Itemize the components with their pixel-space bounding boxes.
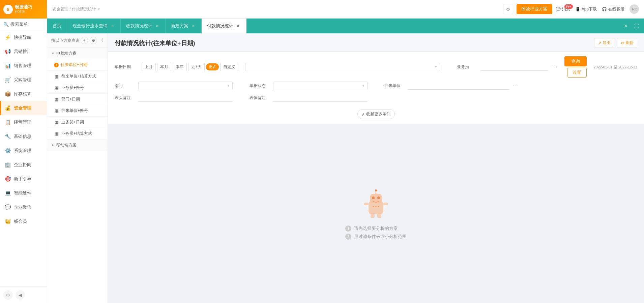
sidebar-item-member[interactable]: 👑畅会员 bbox=[0, 214, 47, 229]
scheme-item-partner-account[interactable]: ▦往来单位+账号 bbox=[47, 105, 108, 117]
svg-point-12 bbox=[378, 206, 379, 207]
sidebar-item-sales[interactable]: 📊销售管理 bbox=[0, 59, 47, 73]
tab-bank-flow[interactable]: 现金银行流水查询✕ bbox=[67, 19, 121, 33]
sidebar-item-guide[interactable]: 🎯新手引导 bbox=[0, 172, 47, 186]
svg-point-2 bbox=[372, 196, 375, 199]
footer-settings-btn[interactable]: ⚙ bbox=[3, 290, 13, 300]
date-btn-last-month[interactable]: 上月 bbox=[142, 63, 156, 71]
date-btn-more[interactable]: 更多 bbox=[206, 63, 219, 70]
sidebar-item-quick-nav[interactable]: ⚡快捷导航 bbox=[0, 30, 47, 44]
doc-status-select[interactable]: ▾ bbox=[273, 82, 368, 90]
logo-icon: 6 bbox=[3, 5, 13, 14]
sidebar-item-basics[interactable]: 🔧基础信息 bbox=[0, 129, 47, 144]
expand-btn[interactable]: ⛶ bbox=[633, 22, 641, 30]
filter-row-2: 部门 ▾ 单据状态 ▾ 往来单位 ··· bbox=[115, 82, 637, 90]
tab-home[interactable]: 首页 bbox=[47, 19, 67, 33]
avatar[interactable]: Rit bbox=[630, 4, 639, 14]
date-label: 单据日期 bbox=[115, 64, 135, 70]
scheme-item-salesman-account[interactable]: ▦业务员+账号 bbox=[47, 82, 108, 94]
tab-receipt-stats[interactable]: 收款情况统计✕ bbox=[121, 19, 166, 33]
tab-label-payment-stats: 付款情况统计 bbox=[207, 23, 233, 29]
tab-new-scheme[interactable]: 新建方案✕ bbox=[166, 19, 202, 33]
export-btn[interactable]: ↗ 导出 bbox=[594, 38, 614, 48]
scheme-item-partner-settlement[interactable]: ▦往来单位+结算方式 bbox=[47, 71, 108, 82]
content-area: 按以下方案查询 + ⚙ 《 ▼电脑端方案●往来单位+日期▦往来单位+结算方式▦业… bbox=[47, 33, 644, 303]
tab-close-bank-flow[interactable]: ✕ bbox=[110, 23, 115, 29]
scheme-panel-actions: + ⚙ 《 bbox=[81, 37, 104, 44]
tab-close-new-scheme[interactable]: ✕ bbox=[191, 23, 196, 29]
empty-state: 1 请先选择要分析的方案 2 用过滤条件来缩小分析范围 bbox=[108, 124, 644, 303]
hardware-icon: 💻 bbox=[4, 190, 11, 196]
message-btn[interactable]: 💬 消息 99+ bbox=[556, 6, 570, 12]
source-doc-select[interactable]: ▾ bbox=[245, 63, 440, 71]
sidebar-item-wechat[interactable]: 💬企业微信 bbox=[0, 200, 47, 214]
scheme-settings-btn[interactable]: ⚙ bbox=[90, 37, 97, 44]
date-btn-custom[interactable]: 自定义 bbox=[220, 63, 238, 71]
app-download-btn[interactable]: 📱 App下载 bbox=[575, 6, 597, 12]
step-1-num: 1 bbox=[345, 225, 351, 232]
sidebar-item-operations[interactable]: 📋经营管理 bbox=[0, 115, 47, 129]
sidebar-item-finance[interactable]: 💰资金管理 bbox=[0, 101, 47, 115]
scheme-item-salesman-date[interactable]: ▦业务员+日期 bbox=[47, 117, 108, 128]
app-label: App下载 bbox=[582, 6, 597, 12]
online-service-btn[interactable]: 🎧 在线客服 bbox=[602, 6, 624, 12]
scheme-item-dept-date[interactable]: ▦部门+日期 bbox=[47, 94, 108, 105]
svg-point-3 bbox=[377, 196, 380, 199]
member-icon: 👑 bbox=[4, 218, 11, 225]
dept-select[interactable]: ▾ bbox=[138, 82, 233, 90]
robot-illustration bbox=[359, 188, 393, 221]
tab-label-home: 首页 bbox=[53, 23, 61, 29]
sidebar-item-system[interactable]: ⚙️系统管理 bbox=[0, 144, 47, 158]
filter-settings-btn[interactable]: 设置 bbox=[567, 68, 587, 78]
partner-dots[interactable]: ··· bbox=[513, 83, 519, 89]
body-remark-input[interactable] bbox=[273, 94, 368, 102]
sidebar-item-marketing[interactable]: 📢营销推广 bbox=[0, 44, 47, 59]
sidebar-item-hardware[interactable]: 💻智能硬件 bbox=[0, 186, 47, 200]
scheme-item-salesman-settlement[interactable]: ▦业务员+结算方式 bbox=[47, 128, 108, 140]
headset-icon: 🎧 bbox=[602, 7, 607, 11]
basics-icon: 🔧 bbox=[4, 133, 11, 140]
sidebar-item-enterprise[interactable]: 🏢企业协同 bbox=[0, 158, 47, 172]
date-btn-this-year[interactable]: 本年 bbox=[173, 63, 187, 71]
sidebar-item-label-system: 系统管理 bbox=[14, 148, 31, 154]
scheme-item-icon-salesman-date: ▦ bbox=[54, 120, 59, 125]
topbar-right: 💬 消息 99+ 📱 App下载 🎧 在线客服 Rit bbox=[556, 4, 639, 14]
scheme-item-label-salesman-date: 业务员+日期 bbox=[61, 119, 84, 125]
header-remark-label: 表头备注 bbox=[115, 95, 131, 101]
sidebar-item-label-operations: 经营管理 bbox=[14, 119, 31, 125]
scheme-item-partner-date[interactable]: ●往来单位+日期 bbox=[47, 59, 108, 71]
enterprise-icon: 🏢 bbox=[4, 161, 11, 168]
svg-rect-8 bbox=[371, 213, 375, 218]
header-remark-input[interactable] bbox=[138, 94, 233, 102]
source-doc-arrow: ▾ bbox=[435, 65, 437, 69]
footer-collapse-btn[interactable]: ◀ bbox=[16, 290, 25, 300]
collapse-more-btn[interactable]: ∧ 收起更多条件 bbox=[357, 109, 395, 119]
scheme-group-label-desktop: 电脑端方案 bbox=[56, 51, 77, 56]
active-dot-partner-date: ● bbox=[54, 63, 59, 67]
refresh-btn[interactable]: ↺ 刷新 bbox=[617, 38, 637, 48]
salesman-input[interactable] bbox=[480, 63, 548, 71]
search-menu[interactable]: 🔍 搜索菜单 bbox=[0, 19, 47, 30]
salesman-dots[interactable]: ··· bbox=[551, 64, 558, 70]
scheme-collapse-btn[interactable]: 《 bbox=[99, 37, 104, 43]
query-btn[interactable]: 查询 bbox=[564, 56, 587, 66]
scheme-group-header-mobile[interactable]: ▼移动端方案 bbox=[47, 140, 108, 151]
scheme-group-header-desktop[interactable]: ▼电脑端方案 bbox=[47, 48, 108, 59]
scheme-item-label-salesman-settlement: 业务员+结算方式 bbox=[61, 131, 92, 137]
tab-payment-stats[interactable]: 付款情况统计✕ bbox=[202, 19, 246, 33]
topbar: 资金管理 / 付款情况统计 ▾ ⚙ 体验行业方案 💬 消息 99+ 📱 App下… bbox=[47, 0, 644, 19]
tab-close-receipt-stats[interactable]: ✕ bbox=[154, 23, 160, 29]
date-btn-group: 上月本月本年近7天更多自定义 bbox=[142, 63, 238, 71]
topbar-settings-btn[interactable]: ⚙ bbox=[503, 4, 513, 14]
date-btn-last-7[interactable]: 近7天 bbox=[188, 63, 205, 71]
tabbar: 首页现金银行流水查询✕收款情况统计✕新建方案✕付款情况统计✕ ✕ ⛶ bbox=[47, 19, 644, 33]
date-btn-this-month[interactable]: 本月 bbox=[157, 63, 171, 71]
sidebar-item-purchase[interactable]: 🛒采购管理 bbox=[0, 73, 47, 87]
tab-close-payment-stats[interactable]: ✕ bbox=[235, 23, 241, 29]
partner-input[interactable] bbox=[408, 82, 509, 90]
close-all-tabs-btn[interactable]: ✕ bbox=[622, 22, 630, 30]
scheme-add-btn[interactable]: + bbox=[81, 37, 88, 44]
sidebar-item-inventory[interactable]: 📦库存核算 bbox=[0, 87, 47, 101]
step-1-text: 请先选择要分析的方案 bbox=[354, 225, 398, 232]
trial-btn[interactable]: 体验行业方案 bbox=[517, 4, 552, 14]
